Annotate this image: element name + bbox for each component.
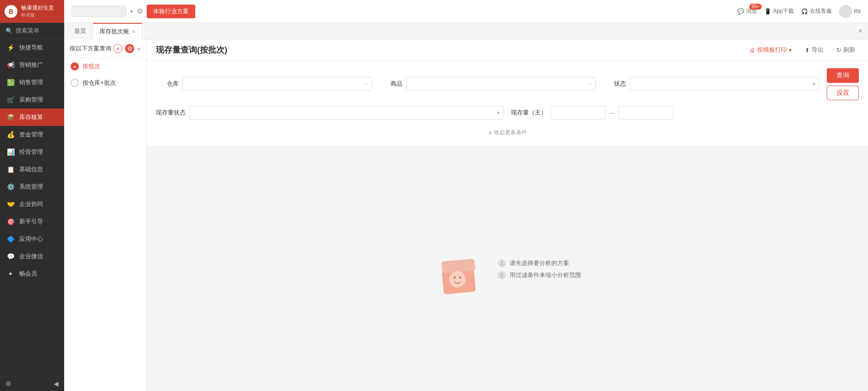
message-icon: 💬: [737, 8, 744, 15]
query-btn-area: 查询 设置: [827, 67, 859, 100]
sidebar-item-purchase[interactable]: 🛒 采购管理: [0, 91, 64, 109]
sidebar-item-collab[interactable]: 🤝 企业协同: [0, 196, 64, 213]
add-scheme-btn[interactable]: +: [113, 44, 122, 53]
page-header-actions: 🖨 按模板打印 ▾ ⬆ 导出 ↻ 刷新: [746, 44, 859, 56]
nav-label-wechat: 企业微信: [19, 252, 43, 261]
sidebar-item-quick-nav[interactable]: ⚡ 快捷导航: [0, 39, 64, 56]
topbar-left: ▾ ⚙ 体验行业方案: [71, 5, 732, 18]
nav-icon-member: ✦: [6, 270, 15, 278]
stock-status-field: 现存量状态 ▾: [156, 106, 504, 119]
tab-home[interactable]: 首页: [68, 23, 93, 39]
filter-panel-header: 按以下方案查询 + ⚙ «: [64, 39, 146, 58]
main-content: 现存量查询(按批次) 🖨 按模板打印 ▾ ⬆ 导出 ↻ 刷新: [147, 39, 868, 391]
sidebar-item-basics[interactable]: 📋 基础信息: [0, 161, 64, 178]
settings-btn[interactable]: 设置: [827, 86, 859, 100]
filter-scheme-by-warehouse-batch[interactable]: ○ 按仓库+批次: [64, 75, 146, 91]
app-download-btn[interactable]: 📱 App下载: [764, 7, 794, 15]
status-field: 状态 ▾: [603, 77, 819, 91]
warehouse-more-icon[interactable]: ···: [363, 80, 368, 87]
empty-text-area: 1 请先选择要分析的方案 2 用过滤条件来缩小分析范围: [498, 259, 581, 279]
stock-quantity-label: 现存量（主）: [511, 109, 547, 117]
sidebar-item-sales[interactable]: 💹 销售管理: [0, 74, 64, 91]
breadcrumb-input[interactable]: [71, 6, 126, 17]
query-btn[interactable]: 查询: [827, 68, 859, 83]
online-service-btn[interactable]: 🎧 在线客服: [801, 7, 832, 15]
print-dropdown-icon[interactable]: ▾: [789, 47, 792, 54]
sidebar-item-wechat[interactable]: 💬 企业微信: [0, 248, 64, 265]
nav-label-marketing: 营销推广: [19, 61, 43, 69]
sidebar-item-operations[interactable]: 📊 经营管理: [0, 143, 64, 161]
filter-dot-by-warehouse-batch: ○: [71, 79, 79, 87]
sidebar-item-system[interactable]: ⚙️ 系统管理: [0, 178, 64, 196]
settings-icon[interactable]: ⚙: [5, 380, 11, 387]
stock-quantity-max-input[interactable]: [619, 106, 674, 119]
export-btn[interactable]: ⬆ 导出: [801, 44, 827, 56]
nav-label-appstore: 应用中心: [19, 235, 43, 243]
nav-icon-appstore: 🔷: [6, 235, 15, 243]
nav-icon-collab: 🤝: [6, 200, 15, 208]
search-menu[interactable]: 🔍 搜索菜单: [0, 23, 64, 39]
print-btn[interactable]: 🖨 按模板打印 ▾: [746, 44, 796, 56]
sidebar-item-member[interactable]: ✦ 畅会员: [0, 265, 64, 282]
nav-icon-basics: 📋: [6, 165, 15, 174]
tab-inventory-batch[interactable]: 库存批次账 ×: [93, 23, 142, 39]
app-name: 畅康通好生意: [21, 5, 54, 12]
search-menu-label: 搜索菜单: [16, 27, 39, 35]
nav-icon-inventory: 📦: [6, 113, 15, 121]
goods-input[interactable]: [406, 77, 596, 91]
sidebar-item-marketing[interactable]: 📢 营销推广: [0, 56, 64, 74]
collapse-conditions-btn[interactable]: ∧ 收起更多条件: [156, 125, 859, 140]
filter-form: 仓库 ··· 商品 ··· 状态: [147, 61, 868, 147]
user-name: Rit: [854, 8, 861, 15]
sidebar-item-newguide[interactable]: 🎯 新手引导: [0, 213, 64, 230]
breadcrumb-chevron-icon[interactable]: ▾: [130, 8, 133, 15]
nav-icon-quick-nav: ⚡: [6, 43, 15, 52]
nav-label-sales: 销售管理: [19, 78, 43, 87]
app-logo: B: [5, 5, 17, 18]
warehouse-input[interactable]: [182, 77, 372, 91]
sidebar-footer: ⚙ ◀: [0, 376, 64, 391]
warehouse-input-wrap: ···: [182, 77, 372, 91]
goods-field: 商品 ···: [379, 77, 596, 91]
collapse-conditions-icon: ∧: [488, 130, 492, 136]
sidebar-item-finance[interactable]: 💰 资金管理: [0, 126, 64, 143]
filter-row-1: 仓库 ··· 商品 ··· 状态: [156, 67, 859, 100]
filter-panel-collapse-icon[interactable]: «: [137, 45, 141, 52]
collapse-sidebar-icon[interactable]: ◀: [54, 380, 59, 387]
scheme-gear-btn[interactable]: ⚙: [125, 44, 134, 53]
page-title: 现存量查询(按批次): [156, 44, 227, 55]
messages-btn[interactable]: 💬 消息 99+: [737, 7, 757, 15]
filter-label-by-warehouse-batch: 按仓库+批次: [82, 79, 116, 87]
close-tab-panel-icon[interactable]: ×: [853, 27, 868, 35]
topbar: ▾ ⚙ 体验行业方案 💬 消息 99+ 📱 App下载 🎧 在线客服 Rit: [64, 0, 868, 23]
warehouse-label: 仓库: [156, 80, 179, 88]
avatar: [839, 5, 852, 18]
tab-home-label: 首页: [74, 27, 86, 35]
svg-point-4: [459, 276, 461, 278]
stock-quantity-min-input[interactable]: [550, 106, 605, 119]
app-download-label: App下载: [773, 7, 794, 15]
messages-badge: 99+: [749, 4, 762, 10]
sidebar-item-inventory[interactable]: 📦 库存核算: [0, 109, 64, 126]
filter-scheme-by-batch[interactable]: ● 按批次: [64, 58, 146, 75]
nav-label-member: 畅会员: [19, 270, 37, 278]
stock-quantity-dash: —: [609, 109, 615, 116]
refresh-btn[interactable]: ↻ 刷新: [833, 44, 859, 56]
topbar-gear-icon[interactable]: ⚙: [137, 7, 143, 16]
user-avatar-btn[interactable]: Rit: [839, 5, 861, 18]
content-area: 按以下方案查询 + ⚙ « ● 按批次 ○ 按仓库+批次: [64, 39, 868, 391]
collapse-conditions-label: 收起更多条件: [494, 129, 527, 136]
stock-status-select[interactable]: [189, 106, 504, 119]
stock-status-select-wrap: ▾: [189, 106, 504, 119]
svg-point-3: [454, 276, 456, 278]
status-select[interactable]: [630, 77, 819, 91]
goods-more-icon[interactable]: ···: [587, 80, 592, 87]
sidebar: B 畅康通好生意 标准版 🔍 搜索菜单 ⚡ 快捷导航 📢 营销推广 💹 销售管理…: [0, 0, 64, 391]
tab-close-icon[interactable]: ×: [132, 28, 135, 35]
warehouse-field: 仓库 ···: [156, 77, 372, 91]
experience-btn[interactable]: 体验行业方案: [147, 5, 195, 18]
sidebar-item-appstore[interactable]: 🔷 应用中心: [0, 230, 64, 248]
print-icon: 🖨: [749, 47, 755, 54]
filter-items-list: ● 按批次 ○ 按仓库+批次: [64, 58, 146, 91]
nav-icon-sales: 💹: [6, 78, 15, 87]
